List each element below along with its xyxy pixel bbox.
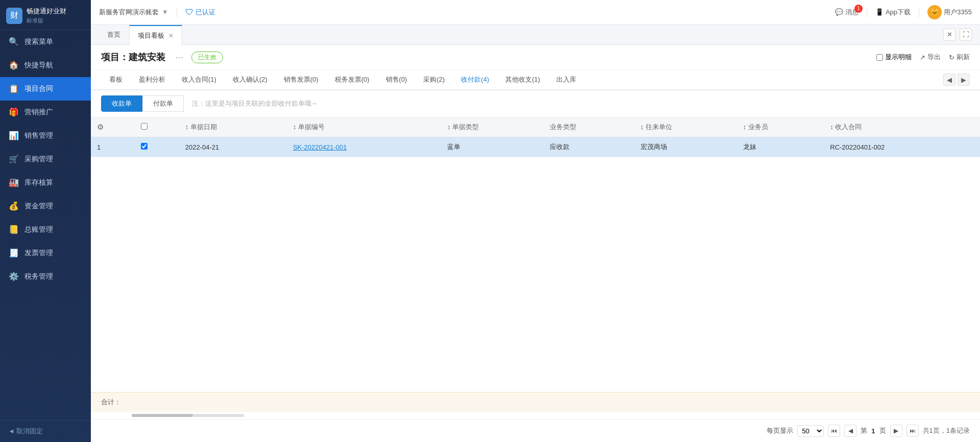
- topbar-right: 💬 消息 1 📱 App下载 🐱 用户3355: [835, 5, 972, 19]
- page-label: 第: [861, 426, 867, 435]
- subnav-prev-arrow[interactable]: ◀: [943, 73, 955, 86]
- tab-kanban[interactable]: 项目看板 ✕: [129, 25, 182, 45]
- topbar-divider: [177, 7, 177, 17]
- sidebar-item-invoice[interactable]: 🧾 发票管理: [0, 241, 91, 265]
- message-icon: 💬: [835, 8, 843, 16]
- invoice-icon: 🧾: [8, 248, 19, 259]
- finance-icon: 💰: [8, 201, 19, 212]
- project-label: 项目：: [101, 51, 129, 63]
- messages-button[interactable]: 💬 消息 1: [835, 8, 859, 17]
- th-date[interactable]: ↕ 单据日期: [179, 117, 287, 137]
- avatar: 🐱: [927, 5, 942, 19]
- subnav-item-sales_invoice[interactable]: 销售发票(0): [276, 70, 327, 90]
- th-salesman[interactable]: ↕ 业务员: [737, 117, 824, 137]
- sidebar-item-sales[interactable]: 📊 销售管理: [0, 124, 91, 148]
- sidebar-logo: 财 畅捷通好业财 标准版: [0, 0, 91, 30]
- subnav-item-other_expense[interactable]: 其他收支(1): [497, 70, 548, 90]
- tab-home[interactable]: 首页: [99, 24, 129, 45]
- sidebar-item-contract[interactable]: 📋 项目合同: [0, 77, 91, 101]
- shield-icon: 🛡: [185, 8, 193, 17]
- sidebar-scroll: 🔍 搜索菜单 🏠 快捷导航 📋 项目合同 🎁 营销推广 📊 销售管理 🛒 采购管…: [0, 30, 91, 420]
- select-all-checkbox[interactable]: [141, 123, 148, 130]
- sidebar-item-inventory[interactable]: 🏭 库存核算: [0, 171, 91, 194]
- subnav-item-kanban[interactable]: 看板: [101, 70, 131, 90]
- cell-code: SK-20220421-001: [287, 137, 441, 157]
- subnav-item-inout[interactable]: 出入库: [548, 70, 584, 90]
- cell-check[interactable]: [135, 137, 179, 157]
- subnav-item-sales[interactable]: 销售(0): [378, 70, 415, 90]
- project-status-badge: 已生效: [191, 52, 223, 63]
- page-suffix: 页: [879, 426, 886, 435]
- page-next-button[interactable]: ▶: [890, 425, 902, 437]
- sidebar-item-purchase[interactable]: 🛒 采购管理: [0, 148, 91, 171]
- sidebar-item-search[interactable]: 🔍 搜索菜单: [0, 30, 91, 54]
- code-link[interactable]: SK-20220421-001: [293, 143, 347, 151]
- th-income-contract-label: ↕ 收入合同: [830, 123, 862, 131]
- sidebar-item-ledger[interactable]: 📒 总账管理: [0, 218, 91, 241]
- th-code[interactable]: ↕ 单据编号: [287, 117, 441, 137]
- subtabs: 收款单 付款单 注：这里是与项目关联的全部收付款单哦～: [91, 90, 980, 117]
- th-check[interactable]: [135, 117, 179, 137]
- th-income-contract[interactable]: ↕ 收入合同: [824, 117, 980, 137]
- sidebar-item-finance[interactable]: 💰 资金管理: [0, 194, 91, 218]
- search-icon: 🔍: [8, 36, 19, 47]
- row-checkbox[interactable]: [141, 143, 148, 150]
- cell-partner: 宏茂商场: [634, 137, 737, 157]
- pagination: 每页显示 50 100 200 ⏮ ◀ 第 1 页 ▶ ⏭ 共1页，1条记录: [91, 419, 980, 442]
- sidebar-item-label: 总账管理: [24, 225, 53, 234]
- sidebar-item-label: 税务管理: [24, 272, 53, 281]
- user-menu[interactable]: 🐱 用户3355: [927, 5, 972, 19]
- content-area: 项目： 建筑安装 ··· 已生效 显示明细 ↗ 导出 ↻ 刷新: [91, 45, 980, 442]
- th-type[interactable]: ↕ 单据类型: [441, 117, 544, 137]
- quicknav-icon: 🏠: [8, 60, 19, 71]
- th-biz-type: 业务类型: [544, 117, 634, 137]
- tab-maximize-button[interactable]: ⛶: [960, 29, 972, 41]
- sidebar-item-quicknav[interactable]: 🏠 快捷导航: [0, 54, 91, 77]
- summary-label: 合计：: [101, 398, 121, 407]
- app-download-button[interactable]: 📱 App下载: [875, 8, 911, 17]
- subnav-item-profit[interactable]: 盈利分析: [131, 70, 174, 90]
- subnav-item-tax_invoice[interactable]: 税务发票(0): [327, 70, 378, 90]
- settings-icon[interactable]: ⚙: [97, 122, 104, 131]
- sidebar: 财 畅捷通好业财 标准版 🔍 搜索菜单 🏠 快捷导航 📋 项目合同 🎁 营销推广…: [0, 0, 91, 442]
- messages-badge: 1: [854, 5, 863, 13]
- sidebar-item-label: 采购管理: [24, 155, 53, 164]
- subtab-receipt[interactable]: 收款单: [101, 95, 142, 112]
- sidebar-unpin-button[interactable]: ◄ 取消固定: [0, 420, 91, 442]
- subnav-item-income_confirm[interactable]: 收入确认(2): [225, 70, 276, 90]
- tab-kanban-close-icon[interactable]: ✕: [168, 32, 174, 39]
- table-row[interactable]: 1 2022-04-21 SK-20220421-001 蓝单 应收款 宏茂商场…: [91, 137, 980, 157]
- show-detail-checkbox[interactable]: [876, 54, 883, 61]
- sidebar-item-label: 资金管理: [24, 202, 53, 211]
- ledger-icon: 📒: [8, 224, 19, 235]
- sidebar-item-marketing[interactable]: 🎁 营销推广: [0, 101, 91, 124]
- subtab-payment[interactable]: 付款单: [142, 95, 184, 112]
- subnav-item-purchase[interactable]: 采购(2): [415, 70, 453, 90]
- tab-controls: ✕ ⛶: [943, 29, 972, 41]
- th-type-label: ↕ 单据类型: [447, 123, 479, 131]
- fake-scrollbar-thumb[interactable]: [132, 414, 193, 417]
- subnav-item-receipt[interactable]: 收付款(4): [453, 70, 497, 90]
- sidebar-item-tax[interactable]: ⚙️ 税务管理: [0, 265, 91, 288]
- sales-icon: 📊: [8, 130, 19, 141]
- tabs-bar: 首页 项目看板 ✕ ✕ ⛶: [91, 24, 980, 45]
- show-detail-label[interactable]: 显示明细: [876, 53, 912, 62]
- th-gear[interactable]: ⚙: [91, 117, 135, 137]
- export-button[interactable]: ↗ 导出: [920, 53, 941, 62]
- page-prev-button[interactable]: ◀: [844, 425, 856, 437]
- page-first-button[interactable]: ⏮: [828, 425, 840, 437]
- refresh-button[interactable]: ↻ 刷新: [949, 53, 970, 62]
- subnav-next-arrow[interactable]: ▶: [958, 73, 970, 86]
- project-selector[interactable]: 新服务官网演示账套 ▼: [99, 8, 168, 17]
- page-last-button[interactable]: ⏭: [906, 425, 919, 437]
- fake-scrollbar[interactable]: [132, 414, 244, 417]
- cell-type: 蓝单: [441, 137, 544, 157]
- cell-date: 2022-04-21: [179, 137, 287, 157]
- project-more-icon[interactable]: ···: [176, 52, 183, 63]
- per-page-select[interactable]: 50 100 200: [797, 425, 824, 437]
- th-partner[interactable]: ↕ 往来单位: [634, 117, 737, 137]
- tax-icon: ⚙️: [8, 271, 19, 282]
- subnav-item-income_contract[interactable]: 收入合同(1): [174, 70, 225, 90]
- tab-close-button[interactable]: ✕: [943, 29, 955, 41]
- refresh-icon: ↻: [949, 54, 954, 61]
